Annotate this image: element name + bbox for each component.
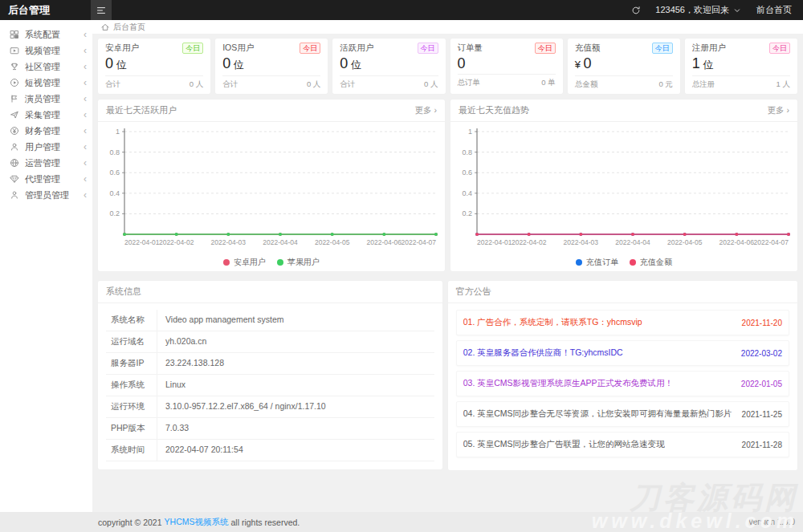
sidebar-collapse-button[interactable]: [91, 0, 112, 20]
announcement-date: 2021-11-28: [742, 441, 782, 449]
stat-footer-label: 合计: [340, 79, 355, 90]
sidebar-item-label: 管理员管理: [25, 189, 69, 201]
diamond-icon: [10, 174, 19, 184]
recharge-chart-panel: 最近七天充值趋势 更多 › 0.20.40.60.812022-04-01202…: [450, 99, 797, 271]
stat-footer-label: 合计: [222, 79, 238, 90]
frontend-home-link[interactable]: 前台首页: [756, 4, 792, 16]
svg-text:2022-04-02: 2022-04-02: [159, 238, 194, 246]
sidebar-item-4[interactable]: 演员管理‹: [0, 91, 92, 107]
stat-label: 安卓用户: [105, 43, 139, 54]
svg-text:2022-04-06: 2022-04-06: [719, 238, 755, 246]
announcement-text: 02. 英皇服务器合作供应商！TG:yhcmsIDC: [463, 347, 623, 359]
svg-text:2022-04-01: 2022-04-01: [477, 238, 512, 246]
system-info-value: Video app management system: [157, 310, 434, 331]
svg-text:2022-04-06: 2022-04-06: [367, 238, 402, 246]
stat-card-header: 安卓用户今日: [105, 43, 203, 54]
system-info-row: PHP版本7.0.33: [106, 418, 434, 440]
announcement-item[interactable]: 04. 英皇CMS同步整合无尽等资源，让您安装即可拥有海量最新热门影片2021-…: [456, 401, 789, 427]
announcement-text: 05. 英皇CMS同步整合广告联盟，让您的网站急速变现: [463, 439, 665, 450]
stat-badge: 今日: [182, 43, 203, 54]
stat-footer-value: 0 人: [190, 79, 203, 90]
community-icon: [10, 62, 19, 71]
sidebar-item-0[interactable]: 系统配置‹: [0, 26, 92, 43]
svg-text:2022-04-04: 2022-04-04: [615, 238, 650, 246]
activity-more-link[interactable]: 更多 ›: [415, 105, 437, 116]
svg-text:2022-04-05: 2022-04-05: [315, 238, 350, 246]
stat-footer-value: 0 人: [307, 79, 320, 90]
announcement-text: 01. 广告合作，系统定制，请联系TG：yhcmsvip: [463, 317, 642, 328]
system-info-value: 3.10.0-957.12.2.el7.x86_64 / nginx/1.17.…: [157, 396, 434, 417]
stat-card-1: IOS用户今日0 位合计0 人: [215, 39, 328, 94]
sidebar-item-3[interactable]: 短视管理‹: [0, 75, 92, 91]
svg-text:2022-04-04: 2022-04-04: [263, 238, 298, 246]
announcement-item[interactable]: 03. 英皇CMS影视管理系统原生APP正式发布免费试用！2022-01-05: [456, 371, 789, 396]
stat-badge: 今日: [769, 43, 790, 54]
announcement-item[interactable]: 01. 广告合作，系统定制，请联系TG：yhcmsvip2021-11-20: [456, 310, 789, 335]
svg-text:1: 1: [116, 128, 120, 136]
navbar-right: 123456，欢迎回来 前台首页: [631, 4, 803, 16]
system-info-row: 操作系统Linux: [106, 375, 434, 396]
stat-card-header: IOS用户今日: [222, 43, 320, 54]
sidebar-item-9[interactable]: 代理管理‹: [0, 171, 92, 187]
svg-text:0.4: 0.4: [462, 189, 472, 197]
announcement-date: 2022-01-05: [741, 380, 782, 388]
sidebar-item-8[interactable]: 运营管理‹: [0, 155, 92, 171]
user-icon: [10, 142, 19, 152]
system-info-label: 操作系统: [106, 375, 157, 396]
sidebar-item-6[interactable]: 财务管理‹: [0, 123, 92, 139]
sidebar-item-label: 代理管理: [25, 173, 60, 185]
recharge-more-link[interactable]: 更多 ›: [768, 105, 789, 116]
user-dropdown[interactable]: 123456，欢迎回来: [655, 4, 742, 16]
svg-text:2022-04-02: 2022-04-02: [512, 238, 547, 246]
svg-text:0.2: 0.2: [462, 209, 472, 217]
svg-text:0.6: 0.6: [109, 169, 120, 177]
sidebar-item-7[interactable]: 用户管理‹: [0, 139, 92, 155]
home-icon: [100, 22, 110, 32]
stat-footer-label: 总金额: [575, 79, 598, 90]
breadcrumb-home-link[interactable]: 后台首页: [113, 22, 145, 33]
footer: copyright © 2021 YHCMS视频系统 all rights re…: [0, 512, 803, 532]
app-title: 后台管理: [0, 3, 91, 18]
system-info-row: 系统名称Video app management system: [106, 310, 434, 331]
stat-badge: 今日: [652, 43, 673, 54]
announcement-item[interactable]: 02. 英皇服务器合作供应商！TG:yhcmsIDC2022-03-02: [456, 340, 789, 366]
stat-footer-value: 0 人: [424, 79, 438, 90]
panel-title: 官方公告: [456, 286, 491, 298]
footer-brand-link[interactable]: YHCMS视频系统: [165, 517, 229, 528]
svg-text:苹果用户: 苹果用户: [287, 258, 320, 266]
sidebar-item-1[interactable]: 视频管理‹: [0, 43, 92, 59]
stat-label: 活跃用户: [340, 43, 373, 54]
stat-footer: 合计0 人: [222, 75, 320, 94]
sidebar-item-5[interactable]: 采集管理‹: [0, 107, 92, 123]
announcement-date: 2021-11-25: [742, 410, 782, 419]
stat-footer-value: 1 人: [777, 79, 790, 90]
svg-text:0.6: 0.6: [462, 169, 472, 177]
stat-card-header: 订单量今日: [458, 43, 556, 54]
refresh-button[interactable]: [631, 6, 641, 15]
dashboard-content: 安卓用户今日0 位合计0 人IOS用户今日0 位合计0 人活跃用户今日0 位合计…: [92, 34, 803, 470]
activity-chart: 0.20.40.60.812022-04-012022-04-022022-04…: [98, 122, 445, 271]
announcement-item[interactable]: 05. 英皇CMS同步整合广告联盟，让您的网站急速变现2021-11-28: [456, 432, 789, 457]
stat-value: ¥ 0: [575, 55, 673, 73]
stat-value: 0 位: [340, 55, 438, 73]
stat-card-4: 充值额今日¥ 0总金额0 元: [568, 39, 680, 94]
sidebar-item-10[interactable]: 管理员管理‹: [0, 187, 92, 203]
sidebar-item-label: 演员管理: [25, 93, 60, 105]
stat-label: 充值额: [575, 43, 601, 54]
stat-value: 0 位: [222, 55, 320, 73]
stat-footer: 总金额0 元: [575, 75, 673, 94]
sidebar-item-label: 社区管理: [25, 61, 60, 73]
announcements-panel: 官方公告 01. 广告合作，系统定制，请联系TG：yhcmsvip2021-11…: [448, 281, 797, 470]
system-info-value: 2022-04-07 20:11:54: [157, 440, 434, 461]
panel-title: 系统信息: [106, 286, 141, 298]
sidebar-item-label: 系统配置: [25, 29, 60, 41]
svg-text:0.2: 0.2: [109, 209, 120, 217]
stat-footer-label: 总注册: [692, 79, 715, 90]
sidebar-item-2[interactable]: 社区管理‹: [0, 59, 92, 75]
chevron-left-icon: ‹: [84, 30, 87, 39]
sidebar-item-label: 短视管理: [25, 77, 60, 89]
stat-footer: 总订单0 单: [458, 74, 556, 92]
sidebar: 系统配置‹视频管理‹社区管理‹短视管理‹演员管理‹采集管理‹财务管理‹用户管理‹…: [0, 20, 92, 512]
stat-card-header: 注册用户今日: [692, 43, 790, 54]
chevron-left-icon: ‹: [84, 158, 87, 168]
